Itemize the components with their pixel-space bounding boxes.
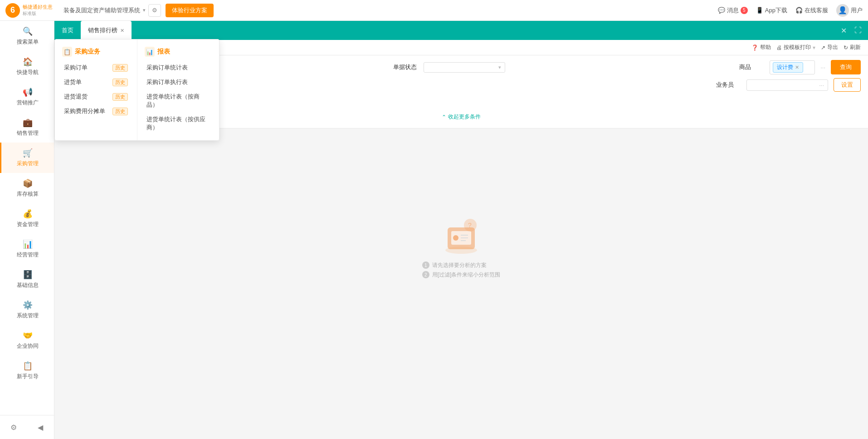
top-bar-right: 💬 消息 5 📱 App下载 🎧 在线客服 👤 用户 (718, 4, 863, 17)
purchase-order-item[interactable]: 采购订单 历史 (55, 60, 137, 75)
sidebar-item-guide[interactable]: 📋 新手引导 (0, 355, 54, 386)
purchase-cost-item[interactable]: 采购费用分摊单 历史 (55, 104, 137, 118)
hist-badge-0: 历史 (112, 64, 128, 72)
svg-point-3 (453, 235, 458, 241)
report-col: 📊 报表 采购订单统计表 采购订单执行表 进货单统计表（按商品） 进货单统计表（… (137, 39, 219, 140)
empty-state: ? 1 请先选择要分析的方案 2 用[过滤]条件来缩小分析范围 (54, 128, 868, 368)
inventory-icon: 📦 (23, 178, 33, 188)
sidebar-label-purchase: 采购管理 (17, 160, 39, 168)
sales-icon: 💼 (23, 118, 33, 128)
order-status-select[interactable]: ▾ (424, 62, 505, 73)
report-col-header: 📊 报表 (137, 45, 219, 60)
logo: 6 畅捷通好生意 标准版 (5, 3, 60, 18)
industry-button[interactable]: 体验行业方案 (166, 4, 214, 17)
staff-more-icon: ··· (819, 82, 824, 89)
purchase-col-header: 📋 采购业务 (55, 45, 137, 60)
empty-tips: 1 请先选择要分析的方案 2 用[过滤]条件来缩小分析范围 (422, 261, 501, 281)
purchase-icon: 🛒 (23, 148, 33, 158)
tab-bar: 首页 销售排行榜 ✕ ✕ ⛶ (54, 21, 868, 40)
refresh-button[interactable]: ↻ 刷新 (844, 44, 861, 51)
sidebar-item-corp[interactable]: 🤝 企业协同 (0, 325, 54, 355)
sidebar-item-finance[interactable]: 💰 资金管理 (0, 203, 54, 234)
tab-home-label: 首页 (62, 26, 73, 35)
mobile-icon: 📱 (756, 7, 763, 14)
online-service-button[interactable]: 🎧 在线客服 (795, 6, 828, 15)
print-icon: 🖨 (776, 44, 782, 51)
sidebar-item-purchase[interactable]: 🛒 采购管理 (0, 143, 54, 173)
po-stats-item[interactable]: 采购订单统计表 (137, 60, 219, 75)
settings-bottom-button[interactable]: ⚙ (6, 420, 21, 434)
po-exec-item[interactable]: 采购订单执行表 (137, 75, 219, 89)
app-download-button[interactable]: 📱 App下载 (756, 6, 787, 15)
sidebar-label-operation: 经营管理 (17, 251, 39, 259)
purchase-header-icon: 📋 (62, 47, 72, 57)
sidebar-item-marketing[interactable]: 📢 营销推广 (0, 82, 54, 112)
gear-button[interactable]: ⚙ (148, 4, 161, 17)
export-button[interactable]: ↗ 导出 (821, 44, 838, 51)
refresh-icon: ↻ (844, 44, 848, 51)
tab-close-window-button[interactable]: ✕ (837, 24, 850, 37)
sidebar-label-corp: 企业协同 (17, 342, 39, 350)
sidebar-item-basic[interactable]: 🗄️ 基础信息 (0, 264, 54, 295)
set-button[interactable]: 设置 (834, 78, 861, 92)
goods-tag: 设计费 ✕ (773, 62, 803, 73)
order-status-arrow: ▾ (498, 64, 501, 70)
sidebar: 🔍 搜索菜单 🏠 快捷导航 📢 营销推广 💼 销售管理 🛒 采购管理 📦 库存核… (0, 21, 54, 439)
purchase-col: 📋 采购业务 采购订单 历史 进货单 历史 进货退货 历史 采购费用分摊单 历史 (55, 39, 137, 140)
order-status-label: 单据状态 (393, 63, 418, 71)
sidebar-label-quick: 快捷导航 (17, 69, 39, 76)
goods-return-item[interactable]: 进货退货 历史 (55, 89, 137, 104)
collapse-button[interactable]: ⌃ 收起更多条件 (442, 110, 481, 123)
dropdown-arrow-icon[interactable]: ▾ (143, 7, 146, 13)
sidebar-item-inventory[interactable]: 📦 库存核算 (0, 173, 54, 203)
sidebar-item-operation[interactable]: 📊 经营管理 (0, 234, 54, 264)
empty-svg: ? (439, 216, 484, 257)
sidebar-label-basic: 基础信息 (17, 281, 39, 289)
goods-stats-by-supplier-item[interactable]: 进货单统计表（按供应商） (137, 112, 219, 135)
hist-badge-1: 历史 (112, 79, 128, 86)
user-avatar[interactable]: 👤 用户 (836, 4, 863, 17)
sidebar-item-sales[interactable]: 💼 销售管理 (0, 112, 54, 143)
marketing-icon: 📢 (23, 87, 33, 97)
hist-badge-3: 历史 (112, 108, 128, 115)
sidebar-label-system: 系统管理 (17, 312, 39, 320)
empty-tip-2: 2 用[过滤]条件来缩小分析范围 (422, 271, 501, 279)
staff-input[interactable]: ··· (746, 79, 828, 91)
print-arrow-icon: ▾ (813, 44, 815, 51)
goods-more-button[interactable]: ··· (820, 64, 825, 71)
help-button[interactable]: ❓ 帮助 (751, 44, 771, 51)
tab-home[interactable]: 首页 (54, 21, 81, 40)
staff-label: 业务员 (716, 81, 741, 89)
logo-sub: 标准版 (23, 10, 53, 17)
tab-close-icon[interactable]: ✕ (120, 28, 124, 34)
print-button[interactable]: 🖨 按模板打印 ▾ (776, 44, 815, 51)
guide-icon: 📋 (23, 361, 33, 371)
goods-stats-by-product-item[interactable]: 进货单统计表（按商品） (137, 89, 219, 112)
operation-icon: 📊 (23, 239, 33, 249)
sidebar-bottom: ⚙ ◀ (0, 415, 54, 439)
sidebar-item-system[interactable]: ⚙️ 系统管理 (0, 295, 54, 325)
messages-button[interactable]: 💬 消息 5 (718, 6, 748, 15)
empty-tip-1: 1 请先选择要分析的方案 (422, 261, 501, 269)
finance-icon: 💰 (23, 209, 33, 219)
hist-badge-2: 历史 (112, 93, 128, 101)
collapse-up-icon: ⌃ (442, 114, 446, 120)
goods-tag-close[interactable]: ✕ (795, 64, 799, 70)
export-icon: ↗ (821, 44, 825, 51)
goods-input[interactable]: 设计费 ✕ (770, 60, 815, 74)
tip-num-2: 2 (422, 271, 429, 278)
tab-fullscreen-button[interactable]: ⛶ (852, 24, 864, 37)
sidebar-item-quick[interactable]: 🏠 快捷导航 (0, 51, 54, 82)
sidebar-label-marketing: 营销推广 (17, 99, 39, 107)
collapse-sidebar-button[interactable]: ◀ (33, 420, 48, 434)
sidebar-label-guide: 新手引导 (17, 373, 39, 380)
svg-text:?: ? (468, 222, 472, 229)
home-icon: 🏠 (23, 57, 33, 67)
goods-receipt-item[interactable]: 进货单 历史 (55, 75, 137, 89)
sidebar-item-search[interactable]: 🔍 搜索菜单 (0, 21, 54, 51)
tab-sales-rank-label: 销售排行榜 (88, 26, 117, 35)
headset-icon: 🎧 (795, 7, 803, 14)
tip-num-1: 1 (422, 261, 429, 269)
query-button[interactable]: 查询 (831, 60, 861, 74)
tab-sales-rank[interactable]: 销售排行榜 ✕ (81, 21, 132, 40)
